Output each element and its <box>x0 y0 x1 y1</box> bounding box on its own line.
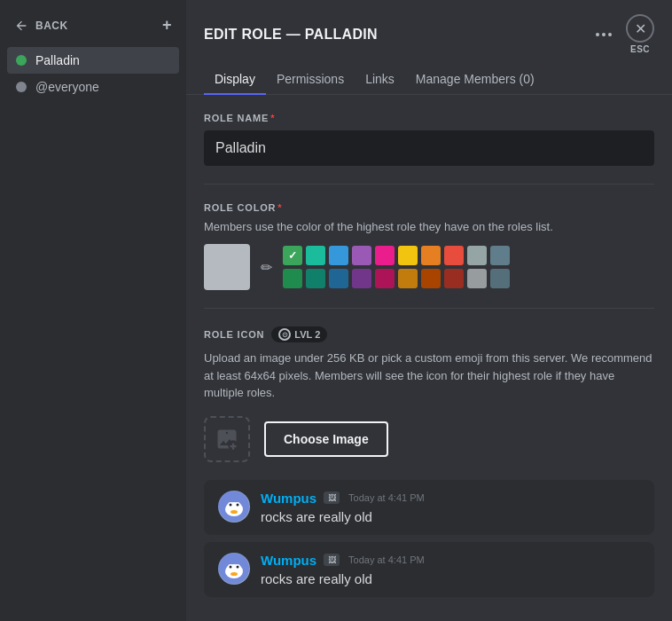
role-icon-description: Upload an image under 256 KB or pick a c… <box>204 350 654 402</box>
color-swatch-color-row-2-7[interactable] <box>444 269 464 288</box>
svg-point-12 <box>230 565 232 568</box>
role-color-section: ROLE COLOR* Members use the color of the… <box>204 202 654 290</box>
color-swatch-color-row-1-8[interactable] <box>467 246 487 265</box>
dot3 <box>608 33 612 36</box>
dot2 <box>602 33 606 36</box>
main-panel: EDIT ROLE — PALLADIN ✕ ESC Display Permi… <box>186 0 672 621</box>
tab-bar: Display Permissions Links Manage Members… <box>186 65 672 95</box>
color-swatch-color-row-2-0[interactable] <box>283 269 302 288</box>
add-role-button[interactable]: + <box>162 16 172 35</box>
role-name-label: ROLE NAME* <box>204 113 654 123</box>
svg-point-6 <box>237 503 239 506</box>
color-swatch-color-row-1-1[interactable] <box>306 246 325 265</box>
more-options-button[interactable] <box>592 29 615 40</box>
back-label: BACK <box>35 20 68 32</box>
username-1: Wumpus <box>261 491 316 506</box>
color-swatch-color-row-1-5[interactable] <box>398 246 418 265</box>
svg-point-13 <box>237 565 239 568</box>
svg-point-7 <box>231 510 238 514</box>
everyone-dot <box>16 82 27 92</box>
role-icon-header: ROLE ICON ⊙ LVL 2 <box>204 326 654 342</box>
icon-upload-row: Choose Image <box>204 416 654 462</box>
message-preview-2: Wumpus 🖼 Today at 4:41 PM rocks are real… <box>204 542 654 597</box>
role-icon-section: ROLE ICON ⊙ LVL 2 Upload an image under … <box>204 326 654 462</box>
message-2-header: Wumpus 🖼 Today at 4:41 PM <box>261 553 640 568</box>
color-swatch-color-row-1-4[interactable] <box>375 246 395 265</box>
role-icon-label: ROLE ICON <box>204 329 264 340</box>
message-2-body: Wumpus 🖼 Today at 4:41 PM rocks are real… <box>261 553 640 586</box>
timestamp-1: Today at 4:41 PM <box>348 492 425 503</box>
color-grid <box>283 246 510 288</box>
message-1-body: Wumpus 🖼 Today at 4:41 PM rocks are real… <box>261 491 640 524</box>
svg-point-5 <box>230 503 232 506</box>
color-swatch-color-row-2-8[interactable] <box>467 269 487 288</box>
wumpus-avatar-1 <box>219 491 249 522</box>
color-swatch-color-row-2-9[interactable] <box>490 269 510 288</box>
content-area: ROLE NAME* ROLE COLOR* Members use the c… <box>186 95 672 621</box>
sidebar-item-palladin[interactable]: Palladin <box>7 47 179 74</box>
color-picker-row: ✏ <box>204 244 654 290</box>
color-swatch-color-row-1-0[interactable] <box>283 246 302 265</box>
icon-upload-placeholder[interactable] <box>204 416 250 462</box>
color-row-1 <box>283 246 510 265</box>
color-row-2 <box>283 269 510 288</box>
color-swatch-color-row-2-4[interactable] <box>375 269 395 288</box>
esc-label: ESC <box>630 44 650 54</box>
lvl-badge: ⊙ LVL 2 <box>271 326 327 342</box>
avatar-1 <box>218 491 250 523</box>
color-swatch-color-row-2-3[interactable] <box>352 269 371 288</box>
role-name-input[interactable] <box>205 131 653 165</box>
color-swatch-color-row-1-7[interactable] <box>444 246 464 265</box>
username-2: Wumpus <box>261 553 316 568</box>
color-swatch-color-row-2-5[interactable] <box>398 269 418 288</box>
color-pencil-icon[interactable]: ✏ <box>261 259 272 276</box>
add-image-icon <box>215 427 239 452</box>
svg-point-2 <box>225 502 243 516</box>
header-actions: ✕ ESC <box>592 14 654 54</box>
message-content-1: rocks are really old <box>261 509 640 524</box>
color-preview-swatch[interactable] <box>204 244 250 290</box>
color-swatch-color-row-2-6[interactable] <box>421 269 441 288</box>
role-icon-badge-2: 🖼 <box>324 554 340 566</box>
wumpus-avatar-2 <box>219 554 249 584</box>
svg-point-14 <box>231 572 238 576</box>
lvl-icon: ⊙ <box>278 328 291 341</box>
color-swatch-color-row-2-1[interactable] <box>306 269 325 288</box>
back-button[interactable]: BACK <box>14 19 68 33</box>
esc-circle: ✕ <box>626 14 654 43</box>
color-swatch-color-row-1-9[interactable] <box>490 246 510 265</box>
timestamp-2: Today at 4:41 PM <box>348 554 425 565</box>
sidebar-item-everyone[interactable]: @everyone <box>7 74 179 100</box>
role-color-label: ROLE COLOR* <box>204 202 654 213</box>
palladin-label: Palladin <box>35 53 80 67</box>
dot1 <box>596 33 599 36</box>
tab-manage-members[interactable]: Manage Members (0) <box>405 65 545 95</box>
preview-section: Wumpus 🖼 Today at 4:41 PM rocks are real… <box>204 480 654 597</box>
close-button[interactable]: ✕ ESC <box>626 14 654 54</box>
choose-image-button[interactable]: Choose Image <box>264 421 388 457</box>
sidebar: BACK + Palladin @everyone <box>0 0 186 621</box>
everyone-label: @everyone <box>35 80 99 94</box>
role-color-description: Members use the color of the highest rol… <box>204 220 654 233</box>
color-swatch-color-row-2-2[interactable] <box>329 269 348 288</box>
message-preview-1: Wumpus 🖼 Today at 4:41 PM rocks are real… <box>204 480 654 535</box>
palladin-dot <box>16 55 27 66</box>
divider-2 <box>204 308 654 309</box>
svg-point-9 <box>225 564 243 578</box>
message-1-header: Wumpus 🖼 Today at 4:41 PM <box>261 491 640 506</box>
color-swatch-color-row-1-3[interactable] <box>352 246 371 265</box>
avatar-2 <box>218 553 250 585</box>
page-title: EDIT ROLE — PALLADIN <box>204 27 378 43</box>
tab-links[interactable]: Links <box>355 65 405 95</box>
message-content-2: rocks are really old <box>261 571 640 586</box>
role-icon-badge-1: 🖼 <box>324 491 340 504</box>
arrow-left-icon <box>14 19 28 33</box>
color-swatch-color-row-1-2[interactable] <box>329 246 348 265</box>
tab-permissions[interactable]: Permissions <box>266 65 355 95</box>
divider-1 <box>204 184 654 185</box>
color-swatch-color-row-1-6[interactable] <box>421 246 441 265</box>
tab-display[interactable]: Display <box>204 65 266 95</box>
page-header: EDIT ROLE — PALLADIN ✕ ESC <box>186 0 672 54</box>
role-name-input-wrapper <box>204 130 654 166</box>
role-name-section: ROLE NAME* <box>204 113 654 166</box>
